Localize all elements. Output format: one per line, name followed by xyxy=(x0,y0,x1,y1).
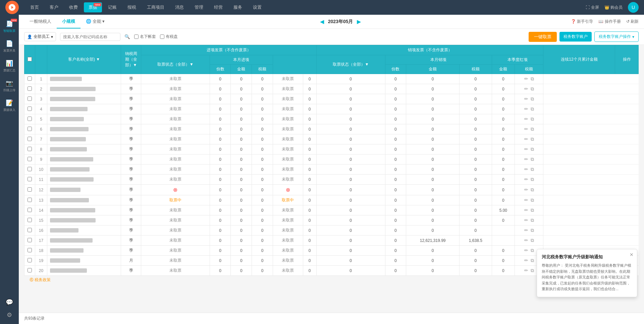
copy-icon[interactable]: ⧉ xyxy=(531,238,534,243)
row-checkbox[interactable] xyxy=(24,94,35,104)
nav-message[interactable]: 消息 xyxy=(170,2,189,12)
copy-icon[interactable]: ⧉ xyxy=(531,126,534,132)
fullscreen-btn[interactable]: ⛶ 全屏 xyxy=(586,5,599,10)
copy-icon[interactable]: ⧉ xyxy=(531,116,534,122)
row-checkbox[interactable] xyxy=(24,74,35,84)
row-checkbox[interactable] xyxy=(24,84,35,94)
accounts-checkbox-label[interactable]: 名下帐套 xyxy=(134,34,156,40)
tab-general-taxpayer[interactable]: 一般纳税人 xyxy=(24,15,57,28)
digital-ops-btn[interactable]: 税务数字账户操作 ▾ xyxy=(594,31,639,42)
row-checkbox[interactable] xyxy=(24,256,35,266)
row-checkbox[interactable] xyxy=(24,185,35,195)
th-tax-period[interactable]: 纳税周期（全部）▼ xyxy=(121,45,141,74)
copy-icon[interactable]: ⧉ xyxy=(531,136,534,142)
edit-icon[interactable]: ✏ xyxy=(524,156,528,162)
edit-icon[interactable]: ✏ xyxy=(524,86,528,91)
edit-icon[interactable]: ✏ xyxy=(524,146,528,152)
edit-icon[interactable]: ✏ xyxy=(524,217,528,223)
row-checkbox[interactable] xyxy=(24,266,35,276)
edit-icon[interactable]: ✏ xyxy=(524,126,528,132)
sidebar-item-chat[interactable]: 💬 xyxy=(0,296,18,309)
sidebar-item-invoice-summary[interactable]: 📊 票据汇总 xyxy=(0,57,18,75)
copy-icon[interactable]: ⧉ xyxy=(531,86,534,91)
nav-business[interactable]: 工商项目 xyxy=(142,2,169,12)
nav-customer[interactable]: 客户 xyxy=(45,2,63,12)
nav-home[interactable]: 首页 xyxy=(25,2,44,12)
edit-icon[interactable]: ✏ xyxy=(524,238,528,243)
th-out-status[interactable]: 取票状态（全部）▼ xyxy=(316,55,385,74)
select-all-checkbox[interactable] xyxy=(28,57,32,61)
th-client-name[interactable]: 客户名称(全部) ▼ xyxy=(47,45,121,74)
edit-icon[interactable]: ✏ xyxy=(524,228,528,233)
edit-icon[interactable]: ✏ xyxy=(524,187,528,192)
edit-icon[interactable]: ✏ xyxy=(524,106,528,112)
row-checkbox[interactable] xyxy=(24,114,35,124)
digital-account-btn[interactable]: 税务数字账户 xyxy=(559,32,592,42)
sidebar-item-scan-upload[interactable]: 📷 扫描上传 xyxy=(0,77,18,95)
edit-icon[interactable]: ✏ xyxy=(524,136,528,142)
nav-tax[interactable]: 报税 xyxy=(123,2,141,12)
edit-icon[interactable]: ✏ xyxy=(524,248,528,253)
copy-icon[interactable]: ⧉ xyxy=(531,177,534,182)
copy-icon[interactable]: ⧉ xyxy=(531,106,534,112)
row-checkbox[interactable] xyxy=(24,104,35,114)
th-checkbox[interactable] xyxy=(24,45,35,74)
notification-close-btn[interactable]: ✕ xyxy=(630,252,634,257)
copy-icon[interactable]: ⧉ xyxy=(531,217,534,223)
copy-icon[interactable]: ⧉ xyxy=(531,228,534,233)
row-checkbox[interactable] xyxy=(24,175,35,185)
edit-icon[interactable]: ✏ xyxy=(524,76,528,81)
edit-icon[interactable]: ✏ xyxy=(524,258,528,263)
vip-btn[interactable]: 👑 购会员 xyxy=(604,5,623,10)
copy-icon[interactable]: ⧉ xyxy=(531,207,534,213)
sidebar-item-invoice-entry[interactable]: 📝 票据录入 xyxy=(0,96,18,115)
refresh-btn[interactable]: ↺ 刷新 xyxy=(626,19,639,24)
copy-icon[interactable]: ⧉ xyxy=(531,258,534,263)
tax-disk-checkbox[interactable] xyxy=(160,35,164,39)
accounts-checkbox[interactable] xyxy=(134,35,139,39)
employee-select[interactable]: 👤 全部员工 ▾ xyxy=(24,32,56,41)
row-checkbox[interactable] xyxy=(24,205,35,215)
nav-invoice[interactable]: 票据 new xyxy=(84,2,102,12)
copy-icon[interactable]: ⧉ xyxy=(531,167,534,172)
tax-disk-checkbox-label[interactable]: 有税盘 xyxy=(160,34,178,40)
row-checkbox[interactable] xyxy=(24,225,35,236)
copy-icon[interactable]: ⧉ xyxy=(531,146,534,152)
tab-small-scale[interactable]: 小规模 xyxy=(57,15,80,28)
sidebar-item-smart-ticket[interactable]: 🧾 智能取票 new xyxy=(0,17,18,36)
edit-icon[interactable]: ✏ xyxy=(524,207,528,213)
sidebar-item-invoice-open[interactable]: 📄 发票开具 xyxy=(0,37,18,56)
copy-icon[interactable]: ⧉ xyxy=(531,96,534,102)
copy-icon[interactable]: ⧉ xyxy=(531,248,534,253)
nav-billing[interactable]: 收费 xyxy=(64,2,83,12)
row-checkbox[interactable] xyxy=(24,195,35,205)
nav-management[interactable]: 管理 xyxy=(190,2,208,12)
edit-icon[interactable]: ✏ xyxy=(524,116,528,122)
period-prev-btn[interactable]: ◀ xyxy=(320,18,324,25)
row-checkbox[interactable] xyxy=(24,124,35,134)
sidebar-item-config[interactable]: ⚙ xyxy=(0,309,18,321)
tab-all-capable[interactable]: 🌐 全能 ▾ xyxy=(80,15,110,28)
guide-btn[interactable]: ❓ 新手引导 xyxy=(571,19,593,24)
edit-icon[interactable]: ✏ xyxy=(524,268,528,273)
manual-btn[interactable]: 📖 操作手册 xyxy=(598,19,621,24)
edit-icon[interactable]: ✏ xyxy=(524,177,528,182)
period-next-btn[interactable]: ▶ xyxy=(357,18,361,25)
one-click-ticket-btn[interactable]: 一键取票 xyxy=(529,32,557,42)
row-checkbox[interactable] xyxy=(24,246,35,256)
edit-icon[interactable]: ✏ xyxy=(524,96,528,102)
edit-icon[interactable]: ✏ xyxy=(524,197,528,203)
row-checkbox[interactable] xyxy=(24,144,35,154)
nav-settings[interactable]: 设置 xyxy=(248,2,266,12)
copy-icon[interactable]: ⧉ xyxy=(531,268,534,273)
row-checkbox[interactable] xyxy=(24,165,35,175)
nav-operation[interactable]: 经营 xyxy=(209,2,227,12)
nav-accounting[interactable]: 记账 xyxy=(103,2,121,12)
edit-icon[interactable]: ✏ xyxy=(524,167,528,172)
row-checkbox[interactable] xyxy=(24,236,35,246)
row-checkbox[interactable] xyxy=(24,134,35,144)
copy-icon[interactable]: ⧉ xyxy=(531,187,534,192)
row-checkbox[interactable] xyxy=(24,154,35,165)
nav-service[interactable]: 服务 xyxy=(229,2,247,12)
th-in-status[interactable]: 取票状态（全部）▼ xyxy=(141,55,210,74)
